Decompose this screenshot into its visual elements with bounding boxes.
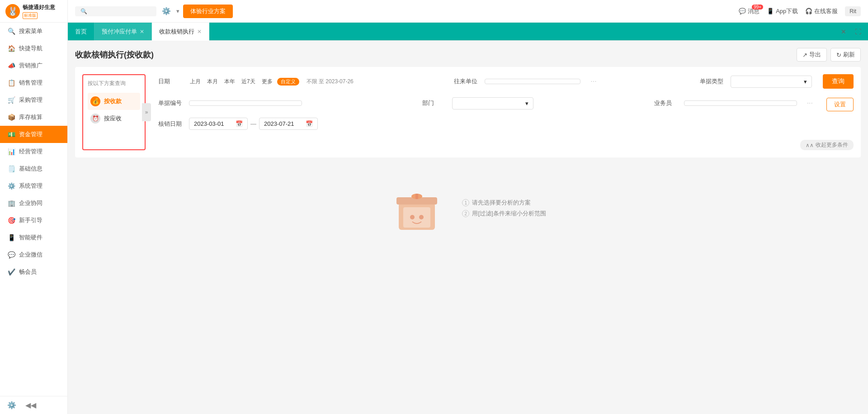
operations-icon: 📊	[7, 148, 15, 156]
tab-home[interactable]: 首页	[68, 23, 94, 41]
date-separator: —	[250, 120, 256, 127]
sidebar-item-label: 企业协同	[19, 199, 42, 207]
tab-close-receipt[interactable]: ✕	[197, 29, 202, 35]
sidebar-item-search-menu[interactable]: 🔍 搜索菜单	[0, 23, 67, 40]
sidebar-item-system[interactable]: ⚙️ 系统管理	[0, 177, 67, 195]
logo-area: 🐰 畅捷通好生意 标准版	[0, 0, 67, 23]
empty-illustration	[390, 185, 444, 234]
app-download-btn[interactable]: 📱 App下载	[767, 7, 798, 15]
sidebar-item-member[interactable]: ✔️ 畅会员	[0, 263, 67, 281]
industry-btn[interactable]: 体验行业方案	[183, 5, 233, 18]
tab-close-all-btn[interactable]: ✕	[838, 26, 849, 37]
reconcile-date-range: 2023-03-01 📅 — 2023-07-21 📅	[189, 118, 318, 130]
sidebar-item-label: 采购管理	[19, 96, 42, 104]
filter-by-receivable[interactable]: ⏰ 按应收	[88, 110, 140, 127]
date-tab-thismonth[interactable]: 本月	[205, 77, 220, 86]
tip-text-1: 请先选择要分析的方案	[472, 199, 531, 207]
date-tab-lastmonth[interactable]: 上月	[188, 77, 203, 86]
reconcile-end-calendar-icon: 📅	[306, 120, 313, 127]
topbar-dropdown-icon[interactable]: ▾	[176, 8, 179, 14]
doc-no-input[interactable]	[189, 100, 302, 106]
empty-tips: 1 请先选择要分析的方案 2 用[过滤]条件来缩小分析范围	[462, 199, 546, 220]
enterprise-icon: 🏢	[7, 199, 15, 207]
collapse-sidebar-btn[interactable]: ◀◀	[25, 401, 36, 409]
user-info[interactable]: Rit	[845, 6, 861, 16]
topbar-left: 🔍 ⚙️ ▾ 体验行业方案	[75, 5, 733, 18]
basic-info-icon: 🗒️	[7, 165, 15, 173]
dept-select[interactable]: ▾	[452, 97, 533, 109]
message-count-badge: 99+	[752, 5, 763, 10]
sidebar-item-marketing[interactable]: 📣 营销推广	[0, 57, 67, 74]
reconcile-end-input[interactable]: 2023-07-21 📅	[259, 118, 318, 130]
tab-prepay-reconcile[interactable]: 预付冲应付单 ✕	[94, 23, 152, 41]
topbar-search-icon: 🔍	[80, 8, 87, 14]
sidebar-item-quick-nav[interactable]: 🏠 快捷导航	[0, 40, 67, 57]
staff-dots[interactable]: ···	[804, 99, 816, 107]
empty-tip-1: 1 请先选择要分析的方案	[462, 199, 546, 207]
partner-label: 往来单位	[454, 77, 477, 86]
date-tab-more[interactable]: 更多	[260, 77, 274, 86]
svg-point-2	[410, 215, 415, 219]
partner-input[interactable]	[485, 79, 580, 84]
reconcile-end-value: 2023-07-21	[264, 120, 294, 127]
sidebar-item-guide[interactable]: 🎯 新手引导	[0, 212, 67, 229]
tip-num-2: 2	[462, 210, 469, 217]
tab-close-prepay[interactable]: ✕	[140, 29, 144, 35]
export-btn[interactable]: ↗ 导出	[797, 48, 827, 62]
doc-type-select[interactable]: ▾	[731, 76, 812, 88]
reconcile-start-input[interactable]: 2023-03-01 📅	[189, 118, 248, 130]
collapse-more-btn[interactable]: ∧∧ 收起更多条件	[800, 140, 854, 150]
date-tab-thisyear[interactable]: 本年	[222, 77, 237, 86]
sidebar-item-wecom[interactable]: 💬 企业微信	[0, 246, 67, 263]
wecom-icon: 💬	[7, 251, 15, 259]
search-menu-icon: 🔍	[7, 27, 15, 35]
settings-footer-icon[interactable]: ⚙️	[7, 401, 16, 409]
settings-btn[interactable]: 设置	[826, 98, 854, 111]
filter-by-receipt[interactable]: 💰 按收款	[88, 93, 140, 110]
logo-title: 畅捷通好生意	[23, 4, 55, 11]
app-download-icon: 📱	[767, 8, 774, 14]
member-icon: ✔️	[7, 268, 15, 276]
query-btn[interactable]: 查询	[823, 74, 854, 89]
collapse-filter-btn[interactable]: »	[142, 103, 151, 121]
staff-input[interactable]	[684, 100, 797, 106]
app-download-label: App下载	[776, 7, 798, 15]
sidebar-item-basic-info[interactable]: 🗒️ 基础信息	[0, 160, 67, 177]
by-receivable-label: 按应收	[104, 114, 122, 123]
message-btn[interactable]: 💬 消息 99+	[739, 7, 760, 15]
sidebar-item-inventory[interactable]: 📦 库存核算	[0, 109, 67, 126]
partner-dots[interactable]: ···	[588, 77, 599, 86]
empty-state: 1 请先选择要分析的方案 2 用[过滤]条件来缩小分析范围	[75, 185, 861, 234]
tab-fullscreen-btn[interactable]: ⛶	[853, 26, 863, 37]
quick-nav-icon: 🏠	[7, 44, 15, 52]
date-tab-7days[interactable]: 近7天	[240, 77, 257, 86]
refresh-btn[interactable]: ↻ 刷新	[830, 48, 861, 62]
sidebar-item-enterprise[interactable]: 🏢 企业协同	[0, 195, 67, 212]
tab-bar: 首页 预付冲应付单 ✕ 收款核销执行 ✕ ✕ ⛶	[68, 23, 868, 41]
doc-type-dropdown-icon: ▾	[804, 78, 807, 85]
sidebar-item-label: 快捷导航	[19, 44, 42, 52]
sidebar-item-operations[interactable]: 📊 经营管理	[0, 143, 67, 160]
online-service-btn[interactable]: 🎧 在线客服	[805, 7, 838, 15]
empty-content: 1 请先选择要分析的方案 2 用[过滤]条件来缩小分析范围	[390, 185, 546, 234]
page-actions: ↗ 导出 ↻ 刷新	[797, 48, 861, 62]
by-receipt-label: 按收款	[104, 97, 122, 105]
filter-row-2: 单据编号 部门 ▾ 业务员 ··· 设置	[158, 95, 854, 111]
topbar-search[interactable]: 🔍	[75, 6, 156, 16]
receipt-tab-label: 收款核销执行	[159, 28, 194, 36]
tab-receipt-reconcile[interactable]: 收款核销执行 ✕	[152, 23, 209, 41]
refresh-icon: ↻	[836, 52, 841, 58]
topbar-settings-icon[interactable]: ⚙️	[160, 5, 173, 18]
sidebar-item-label: 系统管理	[19, 182, 42, 190]
marketing-icon: 📣	[7, 62, 15, 70]
main-content: 🔍 ⚙️ ▾ 体验行业方案 💬 消息 99+ 📱 App下载 🎧 在线客服 Ri…	[68, 0, 868, 414]
date-tab-custom[interactable]: 自定义	[277, 78, 299, 86]
sidebar-item-label: 智能硬件	[19, 233, 42, 242]
sidebar-item-purchase[interactable]: 🛒 采购管理	[0, 91, 67, 109]
sidebar-item-smart-hw[interactable]: 📱 智能硬件	[0, 229, 67, 246]
sidebar-item-finance[interactable]: 💵 资金管理	[0, 126, 67, 143]
message-icon: 💬	[739, 8, 746, 14]
logo-icon: 🐰	[5, 4, 20, 19]
sidebar-item-label: 畅会员	[19, 268, 37, 276]
sidebar-item-sales[interactable]: 📋 销售管理	[0, 74, 67, 91]
